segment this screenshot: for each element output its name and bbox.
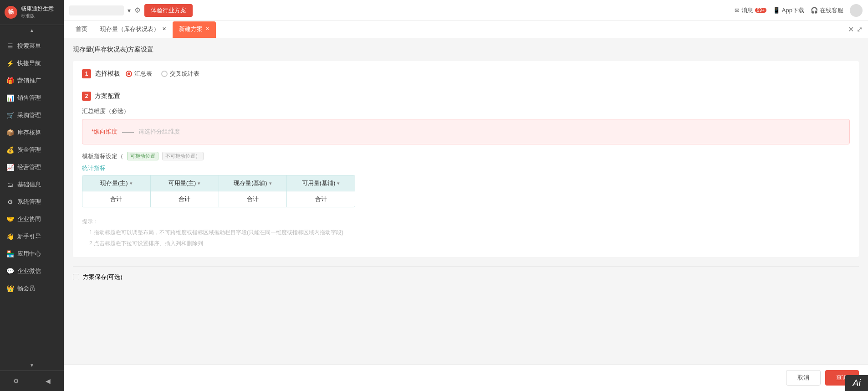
basic-info-icon: 🗂 [6,181,14,188]
guide-icon: 👋 [6,233,14,240]
search-input[interactable] [69,5,124,15]
section2-header: 2 方案配置 [82,92,850,101]
sidebar-item-guide[interactable]: 👋 新手引导 [0,228,64,245]
tab-new-scheme-label: 新建方案 [179,25,203,33]
tab-inventory-label: 现存量（库存状况表） [100,25,159,33]
scroll-up-arrow[interactable]: ▲ [29,27,35,34]
radio-summary-label: 汇总表 [134,70,152,78]
avatar[interactable] [850,4,863,17]
online-service-btn[interactable]: 🎧 在线客服 [811,6,843,15]
stats-col-body-label-1: 合计 [179,195,190,203]
page-title: 现存量(库存状况表)方案设置 [73,46,859,54]
trial-industry-button[interactable]: 体验行业方案 [144,4,193,17]
tab-new-scheme[interactable]: 新建方案 ✕ [173,21,216,38]
tips-title: 提示： [82,218,98,225]
topbar-right: ✉ 消息 99+ 📱 App下载 🎧 在线客服 [735,4,863,17]
sidebar-item-search[interactable]: ☰ 搜索菜单 [0,37,64,55]
radio-cross-table[interactable]: 交叉统计表 [161,70,199,78]
sidebar-item-label: 系统管理 [17,198,41,206]
radio-summary-table[interactable]: 汇总表 [126,70,152,78]
stats-col-header-label-2: 现存量(基辅) [234,179,267,187]
main-wrapper: ▾ ⚙ 体验行业方案 ✉ 消息 99+ 📱 App下载 🎧 在线客服 首页 [64,0,868,391]
sidebar: 畅 畅康通好生意 标准版 ▲ ☰ 搜索菜单 ⚡ 快捷导航 🎁 营销推广 📊 销售… [0,0,64,391]
tab-inventory-close[interactable]: ✕ [162,26,166,32]
vertical-dash: —— [122,129,134,135]
vertical-label: *纵向维度 [92,128,117,136]
sidebar-item-inventory[interactable]: 📦 库存核算 [0,124,64,141]
sidebar-item-label: 资金管理 [17,146,41,154]
dropdown-btn[interactable]: ▾ [128,7,131,14]
sidebar-item-quick-nav[interactable]: ⚡ 快捷导航 [0,55,64,72]
stats-col-body-label-0: 合计 [110,195,122,203]
sidebar-item-label: 快捷导航 [17,59,41,67]
dimension-box: *纵向维度 —— 请选择分组维度 [82,119,850,144]
cancel-button[interactable]: 取消 [786,370,821,386]
sidebar-item-label: 畅会员 [17,284,35,293]
app-logo: 畅 畅康通好生意 标准版 [0,0,64,25]
radio-dot-cross [161,71,168,77]
stats-label: 统计指标 [82,164,850,172]
ai-float-button[interactable]: Ai [845,375,868,391]
tab-new-scheme-close[interactable]: ✕ [205,26,209,32]
messages-badge: 99+ [755,8,766,13]
radio-cross-label: 交叉统计表 [170,70,199,78]
message-icon: ✉ [735,7,740,14]
system-icon: ⚙ [6,198,14,206]
divider1 [82,85,850,85]
sidebar-item-label: 应用中心 [17,250,41,258]
stats-col-body-1: 合计 [151,191,219,207]
indicator-settings: 模板指标设定（ 可拖动位置 不可拖动位置） 统计指标 现存量(主) ▾ 可用量(… [82,152,850,209]
app-download-label: App下载 [782,6,804,15]
stats-col-header-3[interactable]: 可用量(基辅) ▾ [287,175,355,191]
sidebar-item-app-center[interactable]: 🏪 应用中心 [0,245,64,262]
sidebar-item-sales[interactable]: 📊 销售管理 [0,89,64,107]
sidebar-item-finance[interactable]: 💰 资金管理 [0,141,64,159]
template-radio-group: 汇总表 交叉统计表 [126,70,199,78]
page-content: 现存量(库存状况表)方案设置 1 选择模板 汇总表 交叉统计表 [64,38,868,391]
stats-col-header-0[interactable]: 现存量(主) ▾ [82,175,151,191]
sidebar-item-label: 库存核算 [17,129,41,137]
wechat-icon: 💬 [6,268,14,275]
sidebar-scroll-down[interactable]: ▼ [0,360,64,370]
indicator-label-row: 模板指标设定（ 可拖动位置 不可拖动位置） [82,152,850,160]
sidebar-item-member[interactable]: 👑 畅会员 [0,280,64,297]
close-window-btn[interactable]: ✕ [848,25,854,34]
stats-col-header-1[interactable]: 可用量(主) ▾ [151,175,219,191]
chevron-down-icon-2: ▾ [269,180,272,186]
search-menu-icon: ☰ [6,42,14,50]
cooperation-icon: 🤝 [6,216,14,223]
sidebar-item-marketing[interactable]: 🎁 营销推广 [0,72,64,89]
stats-col-body-3: 合计 [287,191,355,207]
sidebar-item-system[interactable]: ⚙ 系统管理 [0,193,64,211]
save-checkbox[interactable] [73,274,79,280]
tips-section: 提示： 1.拖动标题栏可以调整布局，不可跨维度或指标区域拖动栏目字段(只能在同一… [82,216,850,249]
finance-icon: 💰 [6,146,14,154]
service-icon: 🎧 [811,7,818,14]
online-service-label: 在线客服 [820,6,843,15]
sidebar-item-label: 企业协同 [17,215,41,223]
section1-num: 1 [82,69,91,78]
stats-col-header-2[interactable]: 现存量(基辅) ▾ [219,175,287,191]
sidebar-item-purchase[interactable]: 🛒 采购管理 [0,107,64,124]
sidebar-item-basic-info[interactable]: 🗂 基础信息 [0,176,64,193]
sidebar-item-operations[interactable]: 📈 经营管理 [0,159,64,176]
app-download-btn[interactable]: 📱 App下载 [773,6,804,15]
expand-window-btn[interactable]: ⤢ [857,25,863,34]
sidebar-item-wechat[interactable]: 💬 企业微信 [0,262,64,280]
topbar-gear-icon[interactable]: ⚙ [134,6,141,15]
sidebar-item-cooperation[interactable]: 🤝 企业协同 [0,211,64,228]
sidebar-bottom: ⚙ ◀ [0,370,64,391]
chevron-down-icon-1: ▾ [198,180,200,186]
tab-home[interactable]: 首页 [69,21,94,38]
scroll-down-arrow[interactable]: ▼ [29,362,35,369]
settings-bottom-btn[interactable]: ⚙ [10,375,22,387]
sidebar-item-label: 新手引导 [17,232,41,241]
collapse-btn[interactable]: ◀ [43,375,53,387]
messages-btn[interactable]: ✉ 消息 99+ [735,6,766,15]
quick-nav-icon: ⚡ [6,60,14,67]
tab-inventory-status[interactable]: 现存量（库存状况表） ✕ [94,21,173,38]
indicator-label-text: 模板指标设定（ [82,152,123,160]
chevron-down-icon-0: ▾ [130,180,133,186]
app-download-icon: 📱 [773,7,780,14]
sidebar-scroll-up[interactable]: ▲ [0,25,64,36]
